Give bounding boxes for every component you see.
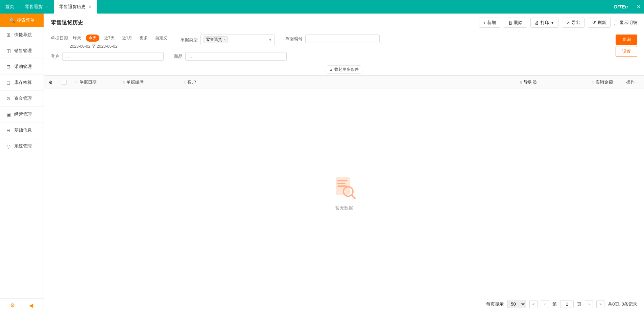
page-number-input[interactable] (560, 300, 574, 308)
bill-type-remove[interactable]: × (223, 38, 225, 42)
setting-button[interactable]: 设置 (616, 46, 637, 57)
page-label: 第 (552, 301, 557, 307)
filter-bill-no: 单据编号 (285, 35, 380, 43)
sidebar-item-finance[interactable]: ⊙ 资金管理 (0, 91, 44, 107)
th-amount[interactable]: ⇅ 实销金额 (566, 79, 617, 85)
filter-goods: 商品 ... (174, 52, 287, 61)
brand-name: OfTEn (614, 4, 628, 9)
customer-placeholder: ... (65, 54, 69, 59)
table-header: ⚙ ⇅ 单据日期 ⇅ 单据编号 ⇅ 客户 ⇅ (44, 75, 644, 89)
th-bill-date-label: 单据日期 (79, 79, 97, 85)
finance-icon: ⊙ (5, 95, 11, 102)
sidebar-item-label-quick-nav: 快捷导航 (14, 32, 32, 38)
settings-icon: ⚙ (49, 80, 53, 85)
svg-line-5 (352, 195, 355, 198)
date-range-display: 2023-06-02 至 2023-06-02 (70, 44, 117, 49)
collapse-button[interactable]: ▲ 收起更多条件 (325, 65, 363, 74)
sidebar-search[interactable]: 🔍 搜索菜单 (0, 14, 44, 27)
goods-label: 商品 (174, 53, 183, 60)
svg-rect-3 (337, 185, 347, 187)
sidebar-item-purchase-mgmt[interactable]: ⊡ 采购管理 (0, 59, 44, 75)
export-button[interactable]: ↗ 导出 (562, 18, 585, 28)
bill-date-label: 单据日期 (51, 35, 68, 41)
filter-area: 单据日期 昨天 今天 近7天 近1月 更多 自定义 2023-06- (51, 32, 637, 75)
tab-home[interactable]: 首页 (0, 0, 20, 14)
sidebar-item-label-sales-mgmt: 销售管理 (14, 48, 32, 54)
new-label: 新增 (487, 20, 496, 26)
sidebar-item-quick-nav[interactable]: ⊞ 快捷导航 (0, 27, 44, 43)
header-checkbox[interactable] (62, 80, 67, 85)
filter-bill-date: 单据日期 昨天 今天 近7天 近1月 更多 自定义 2023-06- (51, 35, 170, 49)
tab-home-label: 首页 (5, 4, 14, 10)
sidebar-item-basic-info[interactable]: ⊟ 基础信息 (0, 122, 44, 138)
print-dropdown-icon: ▼ (551, 21, 554, 25)
export-label: 导出 (571, 20, 580, 26)
sidebar-item-system[interactable]: ◌ 系统管理 (0, 138, 44, 154)
next-page-button[interactable]: › (585, 300, 593, 308)
bill-type-select[interactable]: 零售退货 × ▼ (200, 35, 275, 45)
delete-label: 删除 (514, 20, 523, 26)
sidebar-settings-button[interactable]: ⚙ (8, 301, 17, 310)
display-detail-checkbox[interactable] (614, 21, 618, 25)
page-unit: 页 (577, 301, 581, 307)
refresh-label: 刷新 (597, 20, 606, 26)
bill-no-input[interactable] (305, 35, 380, 43)
date-today[interactable]: 今天 (86, 35, 99, 42)
th-bill-date[interactable]: ⇅ 单据日期 (71, 79, 118, 85)
date-1month[interactable]: 近1月 (119, 35, 135, 42)
th-check[interactable] (57, 80, 71, 85)
sidebar-item-inventory[interactable]: ◻ 库存核算 (0, 75, 44, 91)
main-content: 零售退货历史 + 新增 🗑 删除 🖨 打印 ▼ (44, 14, 644, 312)
print-label: 打印 (541, 20, 549, 26)
date-custom[interactable]: 自定义 (152, 35, 170, 42)
sidebar-item-sales-mgmt[interactable]: ◫ 销售管理 (0, 43, 44, 59)
th-bill-no[interactable]: ⇅ 单据编号 (118, 79, 179, 85)
tab-return-close[interactable]: × (46, 4, 48, 9)
basic-info-icon: ⊟ (5, 127, 11, 133)
date-yesterday[interactable]: 昨天 (70, 35, 84, 42)
sidebar-item-operations[interactable]: ▣ 经营管理 (0, 107, 44, 122)
th-action-label: 操作 (626, 79, 635, 85)
th-customer[interactable]: ⇅ 客户 (179, 79, 516, 85)
th-bill-no-sort-icon: ⇅ (122, 81, 125, 84)
export-icon: ↗ (566, 20, 570, 25)
new-button[interactable]: + 新增 (479, 18, 501, 28)
first-page-button[interactable]: « (529, 300, 538, 308)
date-7days[interactable]: 近7天 (101, 35, 117, 42)
date-more[interactable]: 更多 (137, 35, 150, 42)
purchase-mgmt-icon: ⊡ (5, 64, 11, 70)
operations-icon: ▣ (5, 111, 11, 117)
last-page-button[interactable]: » (596, 300, 604, 308)
collapse-icon: ▲ (329, 67, 333, 72)
prev-page-button[interactable]: ‹ (541, 300, 549, 308)
display-switch[interactable]: 显示明细 (614, 20, 637, 26)
sidebar-item-label-inventory: 库存核算 (14, 80, 32, 86)
th-guide[interactable]: ⇅ 导购员 (516, 79, 566, 85)
th-guide-sort-icon: ⇅ (520, 81, 522, 84)
page-header: 零售退货历史 + 新增 🗑 删除 🖨 打印 ▼ (44, 14, 644, 75)
print-button[interactable]: 🖨 打印 ▼ (530, 18, 558, 28)
bill-type-value: 零售退货 (206, 37, 222, 43)
delete-button[interactable]: 🗑 删除 (504, 18, 527, 28)
th-customer-label: 客户 (187, 79, 196, 85)
window-close-button[interactable]: × (633, 1, 644, 12)
th-amount-sort-icon: ⇅ (591, 81, 594, 84)
tab-return[interactable]: 零售退货 × (20, 0, 54, 14)
topbar-brand: OfTEn (614, 4, 633, 9)
tab-return-history[interactable]: 零售退货历史 × (54, 0, 97, 14)
tab-return-history-close[interactable]: × (89, 4, 91, 9)
sidebar-collapse-button[interactable]: ◀ (26, 301, 36, 310)
th-customer-sort-icon: ⇅ (183, 81, 186, 84)
goods-placeholder: ... (188, 54, 192, 59)
new-icon: + (483, 20, 486, 25)
query-button[interactable]: 查询 (616, 35, 637, 45)
th-bill-no-label: 单据编号 (126, 79, 144, 85)
goods-select[interactable]: ... (185, 52, 287, 61)
refresh-button[interactable]: ↺ 刷新 (588, 18, 611, 28)
main-layout: 🔍 搜索菜单 ⊞ 快捷导航 ◫ 销售管理 ⊡ 采购管理 ◻ 库存核算 ⊙ 资金管 (0, 14, 644, 312)
tab-return-history-label: 零售退货历史 (59, 4, 86, 10)
th-settings[interactable]: ⚙ (44, 80, 57, 85)
topbar: 首页 零售退货 × 零售退货历史 × OfTEn × (0, 0, 644, 14)
per-page-select[interactable]: 50 10 20 100 (507, 300, 526, 308)
customer-select[interactable]: ... (62, 52, 164, 61)
